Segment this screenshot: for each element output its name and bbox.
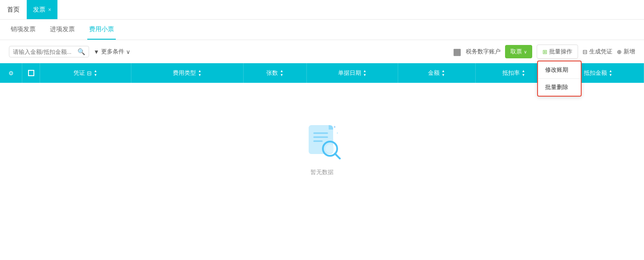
sub-tabs: 销项发票 进项发票 费用小票 xyxy=(0,20,644,40)
th-voucher[interactable]: 凭证 ⊟ ▲▼ xyxy=(40,63,131,83)
batch-op-button[interactable]: ⊞ 批量操作 xyxy=(537,45,578,59)
date-sort-arrows[interactable]: ▲▼ xyxy=(363,69,367,77)
invoice-tab-label: 发票 xyxy=(33,6,45,14)
filter-arrow: ∨ xyxy=(126,49,130,55)
tax-account-button[interactable]: 税务数字账户 xyxy=(466,48,501,56)
filter-label: 更多条件 xyxy=(101,48,124,56)
dropdown-item-batch-delete[interactable]: 批量删除 xyxy=(538,79,581,96)
amount-sort-arrows[interactable]: ▲▼ xyxy=(441,69,445,77)
th-count-label: 张数 xyxy=(266,69,278,77)
th-count[interactable]: 张数 ▲▼ xyxy=(244,63,307,83)
take-ticket-button[interactable]: 取票 ∨ xyxy=(505,45,532,58)
expense-type-sort-arrows[interactable]: ▲▼ xyxy=(198,69,201,77)
gen-voucher-label: 生成凭证 xyxy=(589,48,612,56)
top-nav: 首页 发票 × xyxy=(0,0,644,20)
new-icon: ⊕ xyxy=(617,49,622,55)
search-input[interactable] xyxy=(13,49,75,55)
filter-icon: ▼ xyxy=(94,49,99,55)
th-settings[interactable]: ⚙ xyxy=(0,63,22,83)
toolbar-left: 🔍 ▼ 更多条件 ∨ xyxy=(9,46,130,57)
settings-icon: ⚙ xyxy=(8,70,14,77)
empty-state-icon: ✦ ✦ xyxy=(300,118,344,163)
th-expense-type[interactable]: 费用类型 ▲▼ xyxy=(131,63,244,83)
tax-account-label: 税务数字账户 xyxy=(466,48,501,55)
count-sort-arrows[interactable]: ▲▼ xyxy=(280,69,283,77)
home-nav-item[interactable]: 首页 xyxy=(0,0,27,19)
deduction-rate-sort-arrows[interactable]: ▲▼ xyxy=(522,69,525,77)
th-deduction-amount-label: 抵扣金额 xyxy=(584,69,607,77)
batch-op-label: 批量操作 xyxy=(549,48,572,56)
invoice-tab-close[interactable]: × xyxy=(48,7,51,13)
gen-voucher-icon: ⊟ xyxy=(583,49,587,55)
deduction-amount-sort-arrows[interactable]: ▲▼ xyxy=(609,69,612,77)
sub-tab-sales[interactable]: 销项发票 xyxy=(9,20,37,40)
th-amount[interactable]: 金额 ▲▼ xyxy=(398,63,476,83)
toolbar-right: ▦ 税务数字账户 取票 ∨ ⊞ 批量操作 修改账期 批量删除 xyxy=(453,45,635,59)
new-label: 新增 xyxy=(624,48,635,56)
search-icon: 🔍 xyxy=(77,48,85,55)
th-amount-label: 金额 xyxy=(428,69,440,77)
batch-op-icon: ⊞ xyxy=(542,49,547,55)
svg-point-5 xyxy=(326,144,334,153)
sub-tab-expense[interactable]: 费用小票 xyxy=(87,20,116,40)
dropdown-item-modify-period[interactable]: 修改账期 xyxy=(538,61,581,79)
gen-voucher-button[interactable]: ⊟ 生成凭证 xyxy=(583,48,612,56)
qr-icon: ▦ xyxy=(453,46,461,57)
header-checkbox[interactable] xyxy=(28,70,34,76)
invoice-tab[interactable]: 发票 × xyxy=(27,0,57,19)
svg-text:✦: ✦ xyxy=(336,132,338,134)
empty-state: ✦ ✦ 暂无数据 xyxy=(0,83,644,194)
voucher-extra-icon: ⊟ xyxy=(87,70,92,77)
th-expense-type-label: 费用类型 xyxy=(173,69,196,77)
th-voucher-label: 凭证 xyxy=(73,69,85,77)
th-date[interactable]: 单据日期 ▲▼ xyxy=(307,63,398,83)
new-button[interactable]: ⊕ 新增 xyxy=(617,48,635,56)
take-ticket-label: 取票 xyxy=(510,48,522,56)
svg-text:✦: ✦ xyxy=(333,125,336,129)
search-box[interactable]: 🔍 xyxy=(9,46,89,57)
toolbar: 🔍 ▼ 更多条件 ∨ ▦ 税务数字账户 取票 ∨ xyxy=(0,40,644,63)
th-deduction-rate-label: 抵扣率 xyxy=(502,69,520,77)
sub-tab-input[interactable]: 进项发票 xyxy=(48,20,77,40)
filter-button[interactable]: ▼ 更多条件 ∨ xyxy=(94,48,130,56)
batch-op-dropdown: 修改账期 批量删除 xyxy=(537,61,582,97)
voucher-sort-arrows[interactable]: ▲▼ xyxy=(94,69,97,77)
take-ticket-arrow: ∨ xyxy=(524,49,527,54)
qr-button[interactable]: ▦ xyxy=(453,46,461,57)
th-date-label: 单据日期 xyxy=(338,69,361,77)
empty-state-text: 暂无数据 xyxy=(310,168,334,176)
th-checkbox[interactable] xyxy=(22,63,40,83)
svg-line-6 xyxy=(335,154,340,158)
page-container: 销项发票 进项发票 费用小票 🔍 ▼ 更多条件 ∨ ▦ xyxy=(0,20,644,260)
